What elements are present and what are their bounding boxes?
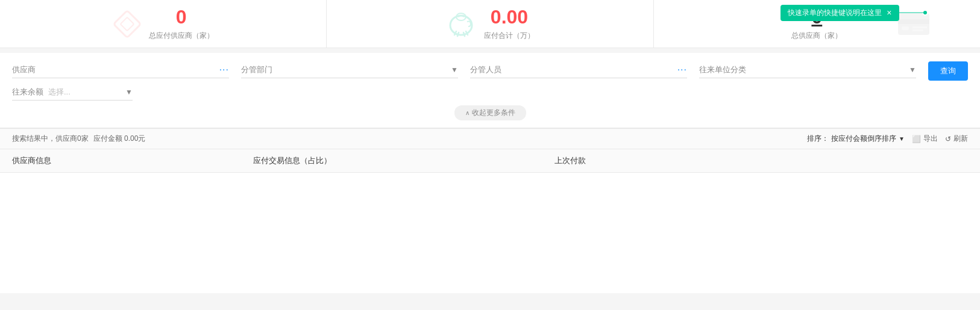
results-text: 搜索结果中，供应商0家 bbox=[12, 134, 89, 144]
sort-label: 排序： bbox=[807, 134, 829, 144]
filter-row-2: 往来余额 选择... ▼ bbox=[12, 87, 968, 101]
payable-amount-label: 应付合计（万） bbox=[484, 31, 535, 41]
stat-total-suppliers: 快速录单的快捷键说明在这里 × 0 总供应商（家） bbox=[654, 0, 980, 48]
filter-person: 分管人员 ··· bbox=[470, 64, 687, 78]
unit-category-input[interactable] bbox=[751, 65, 909, 74]
results-summary: 搜索结果中，供应商0家 应付金额 0.00元 bbox=[12, 134, 145, 144]
col-last-payment: 上次付款 bbox=[554, 155, 968, 166]
diamond-icon bbox=[113, 10, 142, 39]
department-input[interactable] bbox=[277, 65, 451, 74]
balance-label: 往来余额 bbox=[12, 87, 43, 98]
results-amount: 应付金额 0.00元 bbox=[93, 134, 146, 144]
filter-row-1: 供应商 ··· 分管部门 ▼ 分管人员 ··· 往来单位分类 ▼ 查询 bbox=[12, 61, 968, 81]
refresh-icon: ↺ bbox=[945, 135, 951, 143]
svg-point-4 bbox=[457, 15, 459, 17]
payable-suppliers-number: 0 bbox=[176, 7, 187, 28]
department-label: 分管部门 bbox=[241, 64, 272, 75]
svg-rect-0 bbox=[113, 10, 140, 37]
filter-unit-category: 往来单位分类 ▼ bbox=[699, 64, 916, 78]
tooltip-dot bbox=[922, 10, 928, 16]
refresh-label: 刷新 bbox=[953, 134, 968, 144]
refresh-button[interactable]: ↺ 刷新 bbox=[945, 134, 968, 144]
supplier-label: 供应商 bbox=[12, 64, 36, 75]
balance-arrow[interactable]: ▼ bbox=[125, 88, 133, 96]
sort-selector[interactable]: 排序： 按应付会额倒序排序 ▼ bbox=[807, 134, 905, 144]
department-arrow[interactable]: ▼ bbox=[451, 66, 458, 74]
col-supplier-info: 供应商信息 bbox=[12, 155, 253, 166]
tooltip-text: 快速录单的快捷键说明在这里 bbox=[788, 8, 882, 18]
col-transaction-info: 应付交易信息（占比） bbox=[253, 155, 554, 166]
stat-payable-amount: 0.00 应付合计（万） bbox=[327, 0, 653, 48]
results-actions: 排序： 按应付会额倒序排序 ▼ ⬜ 导出 ↺ 刷新 bbox=[807, 134, 968, 144]
supplier-input[interactable] bbox=[40, 65, 219, 74]
payable-suppliers-label: 总应付供应商（家） bbox=[149, 31, 214, 41]
svg-rect-12 bbox=[902, 26, 909, 30]
filter-department: 分管部门 ▼ bbox=[241, 64, 458, 78]
svg-rect-13 bbox=[912, 26, 927, 28]
payable-amount-number: 0.00 bbox=[491, 7, 528, 28]
export-button[interactable]: ⬜ 导出 bbox=[912, 134, 938, 144]
collapse-section: ∧ 收起更多条件 bbox=[12, 105, 968, 120]
collapse-button[interactable]: ∧ 收起更多条件 bbox=[454, 105, 526, 120]
tooltip-close[interactable]: × bbox=[887, 8, 891, 17]
person-label: 分管人员 bbox=[470, 64, 501, 75]
results-bar: 搜索结果中，供应商0家 应付金额 0.00元 排序： 按应付会额倒序排序 ▼ ⬜… bbox=[0, 128, 980, 149]
query-button[interactable]: 查询 bbox=[928, 61, 968, 81]
stats-bar: 0 总应付供应商（家） 0.00 应付合计（万） bbox=[0, 0, 980, 48]
svg-point-2 bbox=[450, 16, 472, 35]
coin-icon bbox=[445, 8, 477, 40]
table-container: 供应商信息 应付交易信息（占比） 上次付款 bbox=[0, 149, 980, 293]
svg-rect-1 bbox=[120, 17, 134, 31]
svg-point-5 bbox=[462, 15, 464, 17]
collapse-label: 收起更多条件 bbox=[472, 108, 515, 118]
filter-supplier: 供应商 ··· bbox=[12, 64, 229, 78]
sort-arrow-icon: ▼ bbox=[899, 135, 905, 142]
svg-rect-11 bbox=[898, 19, 929, 24]
person-dots[interactable]: ··· bbox=[677, 64, 687, 75]
export-label: 导出 bbox=[923, 134, 938, 144]
shortcut-tooltip: 快速录单的快捷键说明在这里 × bbox=[781, 5, 899, 21]
unit-category-label: 往来单位分类 bbox=[699, 64, 746, 75]
total-suppliers-label: 总供应商（家） bbox=[791, 31, 842, 41]
sort-value: 按应付会额倒序排序 bbox=[831, 134, 896, 144]
table-header: 供应商信息 应付交易信息（占比） 上次付款 bbox=[0, 149, 980, 173]
balance-placeholder: 选择... bbox=[48, 87, 125, 98]
filters-area: 供应商 ··· 分管部门 ▼ 分管人员 ··· 往来单位分类 ▼ 查询 往来余额… bbox=[0, 53, 980, 128]
svg-rect-14 bbox=[912, 29, 923, 31]
person-input[interactable] bbox=[506, 65, 677, 74]
filter-balance: 往来余额 选择... ▼ bbox=[12, 87, 133, 101]
chevron-up-icon: ∧ bbox=[465, 110, 470, 116]
table-body bbox=[0, 173, 980, 293]
stat-payable-suppliers: 0 总应付供应商（家） bbox=[0, 0, 327, 48]
supplier-dots[interactable]: ··· bbox=[219, 64, 229, 75]
unit-category-arrow[interactable]: ▼ bbox=[909, 66, 916, 74]
export-icon: ⬜ bbox=[912, 135, 921, 143]
